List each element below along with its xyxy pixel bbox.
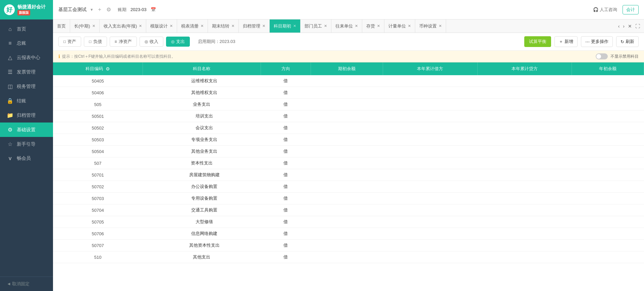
refresh-btn[interactable]: ↻ 刷新 [616, 36, 639, 47]
table-row[interactable]: 50707其他资本性支出借 [53, 240, 644, 251]
cell-ytd-credit [477, 251, 572, 263]
sidebar-collapse-btn[interactable]: ◄ 取消固定 [0, 277, 53, 291]
cell-name: 专用设备购置 [143, 193, 261, 204]
sidebar-item-invoice[interactable]: ☰ 发票管理 [0, 65, 53, 79]
subtab-income[interactable]: ◎ 收入 [140, 37, 163, 47]
tab-subject-init-close[interactable]: ✕ [293, 24, 296, 28]
sidebar-label-ledger: 总账 [17, 40, 26, 46]
more-actions-btn[interactable]: ⋯ 更多操作 [581, 36, 613, 47]
table-row[interactable]: 50706信息网络购建借 [53, 228, 644, 240]
cell-ytd-debit [383, 193, 477, 204]
tax-icon: ◫ [7, 83, 13, 90]
sidebar-item-ledger[interactable]: ≡ 总账 [0, 36, 53, 50]
cell-name: 业务支出 [143, 99, 261, 110]
sidebar-item-member[interactable]: V 畅会员 [0, 151, 53, 165]
cell-year-opening [572, 228, 644, 240]
add-subject-btn[interactable]: ＋ 新增 [554, 36, 578, 47]
table-row[interactable]: 50504其他业务支出借 [53, 146, 644, 157]
sidebar-item-reports[interactable]: △ 云报表中心 [0, 50, 53, 65]
tab-bs-close[interactable]: ✕ [92, 24, 95, 28]
cell-ytd-credit [477, 122, 572, 134]
workspace-settings-icon[interactable]: ⚙ [106, 6, 111, 13]
tab-nav-prev[interactable]: ‹ [617, 23, 621, 30]
tab-currency-close[interactable]: ✕ [439, 24, 442, 28]
table-row[interactable]: 50502会议支出借 [53, 122, 644, 134]
table-row[interactable]: 50406其他维权支出借 [53, 87, 644, 99]
tab-unit[interactable]: 计量单位 ✕ [384, 19, 415, 33]
table-row[interactable]: 50405运维维权支出借 [53, 75, 644, 87]
cell-opening-balance [311, 193, 383, 204]
table-row[interactable]: 50503专项业务支出借 [53, 134, 644, 146]
tab-taxclear-close[interactable]: ✕ [201, 24, 204, 28]
subtab-equity[interactable]: ≡ 净资产 [110, 37, 137, 47]
tab-dept[interactable]: 部门员工 ✕ [301, 19, 331, 33]
accountant-btn[interactable]: 会计 [623, 5, 639, 14]
tab-subject-init[interactable]: 科目期初 ✕ [270, 19, 301, 33]
disable-toggle[interactable] [596, 53, 608, 59]
sidebar-item-settings[interactable]: ⚙ 基础设置 [0, 123, 53, 137]
subtab-expense[interactable]: ◎ 支出 [166, 37, 190, 47]
tab-income-close[interactable]: ✕ [139, 24, 142, 28]
refresh-icon: ↻ [621, 39, 624, 44]
table-row[interactable]: 507资本性支出借 [53, 157, 644, 169]
cell-name: 会议支出 [143, 122, 261, 134]
table-row[interactable]: 510其他支出借 [53, 251, 644, 263]
table-row[interactable]: 50705大型修缮借 [53, 216, 644, 228]
cell-opening-balance [311, 228, 383, 240]
cell-name: 其他资本性支出 [143, 240, 261, 251]
cell-code: 510 [53, 251, 143, 263]
tab-dept-close[interactable]: ✕ [324, 24, 327, 28]
sidebar-item-archive[interactable]: 📁 归档管理 [0, 108, 53, 123]
tab-nav-next[interactable]: › [622, 23, 626, 30]
app-name: 畅捷通好会计 [17, 4, 46, 10]
table-row[interactable]: 505业务支出借 [53, 99, 644, 110]
cell-opening-balance [311, 134, 383, 146]
sidebar-item-guide[interactable]: ☆ 新手引导 [0, 137, 53, 151]
cell-ytd-credit [477, 146, 572, 157]
tab-inventory-close[interactable]: ✕ [377, 24, 380, 28]
tab-partner[interactable]: 往来单位 ✕ [331, 19, 362, 33]
toggle-label: 不显示禁用科目 [610, 54, 639, 59]
tab-close-all[interactable]: ✕ [627, 23, 633, 30]
cell-ytd-credit [477, 157, 572, 169]
tab-inventory[interactable]: 存货 ✕ [362, 19, 384, 33]
cell-name: 培训支出 [143, 110, 261, 122]
tab-income[interactable]: 收入支出表(年报) ✕ [100, 19, 147, 33]
table-row[interactable]: 50701房屋建筑物购建借 [53, 169, 644, 181]
cell-direction: 借 [261, 110, 311, 122]
subtab-liability[interactable]: □ 负债 [84, 37, 107, 47]
calc-balance-btn[interactable]: 试算平衡 [524, 36, 551, 47]
table-row[interactable]: 50501培训支出借 [53, 110, 644, 122]
tab-yearend[interactable]: 期末结转 ✕ [208, 19, 239, 33]
tab-bs[interactable]: 长(中期) ✕ [70, 19, 100, 33]
support-btn[interactable]: 🎧 人工咨询 [593, 7, 617, 13]
tip-text: 提示：按Ctrl＋F键并输入科目编码或者科目名称可以查找科目。 [62, 54, 175, 59]
sidebar-item-home[interactable]: ⌂ 首页 [0, 22, 53, 36]
tabbar-nav: ‹ › ✕ ⛶ [614, 23, 644, 30]
tab-template[interactable]: 模版设计 ✕ [146, 19, 177, 33]
sidebar-item-closing[interactable]: 🔒 结账 [0, 94, 53, 108]
workspace-dropdown-icon[interactable]: ▾ [91, 7, 93, 12]
subtab-asset[interactable]: □ 资产 [58, 37, 81, 47]
tab-yearend-close[interactable]: ✕ [231, 24, 234, 28]
tab-currency[interactable]: 币种设置 ✕ [415, 19, 446, 33]
tab-unit-close[interactable]: ✕ [408, 24, 411, 28]
cell-year-opening [572, 110, 644, 122]
table-row[interactable]: 50703专用设备购置借 [53, 193, 644, 204]
cell-code: 50703 [53, 193, 143, 204]
tab-archive-close[interactable]: ✕ [262, 24, 265, 28]
table-row[interactable]: 50704交通工具购置借 [53, 204, 644, 216]
tab-template-close[interactable]: ✕ [170, 24, 173, 28]
tab-home[interactable]: 首页 [53, 19, 70, 33]
tab-expand[interactable]: ⛶ [634, 23, 641, 30]
tab-taxclear[interactable]: 税表清册 ✕ [177, 19, 208, 33]
tab-partner-close[interactable]: ✕ [355, 24, 358, 28]
cell-name: 专项业务支出 [143, 134, 261, 146]
table-row[interactable]: 50702办公设备购置借 [53, 181, 644, 193]
cell-ytd-debit [383, 87, 477, 99]
add-workspace-btn[interactable]: ＋ [97, 6, 102, 13]
tab-archive[interactable]: 归档管理 ✕ [239, 19, 270, 33]
sidebar-item-tax[interactable]: ◫ 税务管理 [0, 79, 53, 94]
col-settings-btn[interactable]: ⚙ [106, 66, 110, 71]
calendar-icon[interactable]: 📅 [151, 7, 156, 12]
